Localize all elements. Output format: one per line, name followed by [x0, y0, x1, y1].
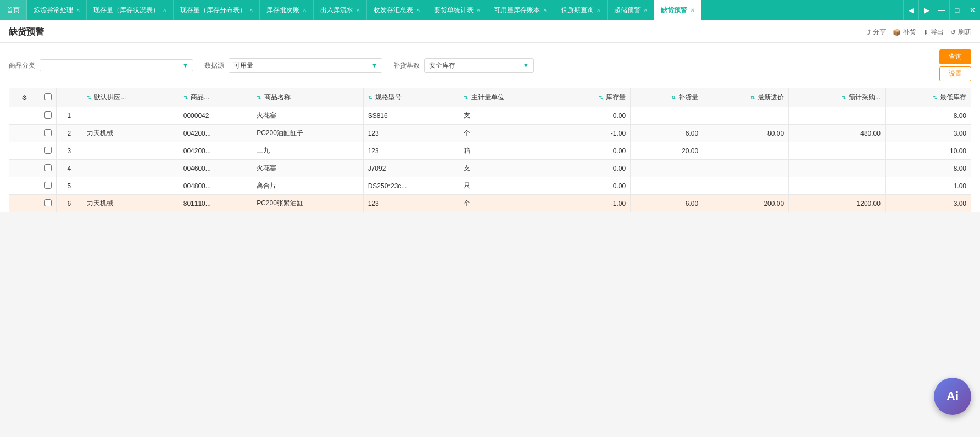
row-settings-cell — [9, 177, 40, 195]
row-stock-qty: 0.00 — [558, 177, 631, 195]
row-num: 3 — [56, 142, 82, 160]
row-est-purchase — [789, 142, 886, 160]
close-icon[interactable]: × — [644, 7, 647, 13]
row-replenish-qty — [631, 177, 703, 195]
tab-inout-flow[interactable]: 出入库流水 × — [314, 0, 367, 20]
tab-order-stats[interactable]: 要货单统计表 × — [427, 0, 487, 20]
row-checkbox-cell[interactable] — [40, 125, 56, 142]
replenish-label: 补货 — [903, 27, 916, 37]
tab-defect-handling[interactable]: 炼货异常处理 × — [27, 0, 87, 20]
tab-available-ledger[interactable]: 可用量库存账本 × — [487, 0, 554, 20]
tab-inventory-status[interactable]: 现存量（库存状况表） × — [87, 0, 173, 20]
row-product-name: PC200张紧油缸 — [252, 195, 363, 212]
col-spec-model[interactable]: ⇅ 规格型号 — [363, 88, 459, 107]
nav-tabs: 首页 炼货异常处理 × 现存量（库存状况表） × 现存量（库存分布表） × 库存… — [0, 0, 980, 20]
close-icon[interactable]: × — [416, 7, 420, 13]
tab-home[interactable]: 首页 — [0, 0, 27, 20]
col-product-name[interactable]: ⇅ 商品名称 — [252, 88, 363, 107]
tab-batch-account[interactable]: 库存批次账 × — [260, 0, 313, 20]
col-unit[interactable]: ⇅ 主计量单位 — [459, 88, 558, 107]
sort-icon: ⇅ — [183, 94, 188, 100]
table-container: ⚙ ⇅ 默认供应... ⇅ 商品... ⇅ — [0, 88, 980, 212]
col-checkbox[interactable] — [40, 88, 56, 107]
close-icon[interactable]: × — [249, 7, 253, 13]
close-icon[interactable]: × — [303, 7, 306, 13]
tab-inventory-dist[interactable]: 现存量（库存分布表） × — [174, 0, 260, 20]
row-settings-cell — [9, 125, 40, 142]
row-checkbox[interactable] — [44, 129, 52, 136]
nav-next-button[interactable]: ▶ — [918, 0, 934, 20]
col-stock-qty[interactable]: ⇅ 库存量 — [558, 88, 631, 107]
row-product-code: 004800... — [179, 177, 252, 195]
filter-actions: 查询 设置 — [939, 49, 971, 81]
row-checkbox-cell[interactable] — [40, 107, 56, 125]
col-settings[interactable]: ⚙ — [9, 88, 40, 107]
close-icon[interactable]: × — [477, 7, 480, 13]
row-checkbox-cell[interactable] — [40, 177, 56, 195]
col-latest-price[interactable]: ⇅ 最新进价 — [703, 88, 789, 107]
query-button[interactable]: 查询 — [939, 49, 971, 64]
row-settings-cell — [9, 107, 40, 125]
settings-icon[interactable]: ⚙ — [21, 94, 27, 102]
table-body: 1 0000042 火花塞 SS816 支 0.00 8.00 2 力天机械 0… — [9, 107, 971, 212]
col-replenish-qty[interactable]: ⇅ 补货量 — [631, 88, 703, 107]
close-icon[interactable]: × — [691, 7, 694, 13]
refresh-button[interactable]: ↺ 刷新 — [950, 27, 971, 37]
export-button[interactable]: ⬇ 导出 — [923, 27, 944, 37]
col-default-supplier[interactable]: ⇅ 默认供应... — [82, 88, 179, 107]
row-supplier: 力天机械 — [82, 125, 179, 142]
nav-prev-button[interactable]: ◀ — [903, 0, 918, 20]
tab-overstock-warning[interactable]: 超储预警 × — [608, 0, 654, 20]
row-latest-price: 80.00 — [703, 125, 789, 142]
datasource-label: 数据源 — [204, 61, 224, 70]
row-product-name: PC200油缸缸子 — [252, 125, 363, 142]
export-icon: ⬇ — [923, 29, 928, 36]
tab-label: 首页 — [7, 5, 20, 15]
datasource-select[interactable]: 可用量 ▼ — [229, 58, 382, 73]
row-checkbox[interactable] — [44, 199, 52, 206]
close-icon[interactable]: × — [76, 7, 80, 13]
category-select[interactable]: ▼ — [40, 59, 193, 71]
tab-label: 可用量库存账本 — [494, 5, 540, 15]
replenish-base-filter-group: 补货基数 安全库存 ▼ — [393, 58, 534, 73]
tab-receive-summary[interactable]: 收发存汇总表 × — [367, 0, 427, 20]
close-icon[interactable]: × — [357, 7, 360, 13]
row-checkbox-cell[interactable] — [40, 142, 56, 160]
minimize-button[interactable]: — — [934, 0, 949, 20]
row-checkbox[interactable] — [44, 111, 52, 119]
row-replenish-qty — [631, 107, 703, 125]
row-num: 5 — [56, 177, 82, 195]
tab-label: 炼货异常处理 — [34, 5, 73, 15]
tab-shortage-warning[interactable]: 缺货预警 × — [654, 0, 701, 20]
replenish-base-select[interactable]: 安全库存 ▼ — [424, 58, 534, 73]
row-latest-price — [703, 107, 789, 125]
settings-button[interactable]: 设置 — [939, 66, 971, 81]
row-min-stock: 3.00 — [885, 195, 971, 212]
row-checkbox[interactable] — [44, 147, 52, 154]
select-all-checkbox[interactable] — [44, 93, 52, 100]
row-checkbox[interactable] — [44, 182, 52, 189]
col-product-code[interactable]: ⇅ 商品... — [179, 88, 252, 107]
row-supplier — [82, 142, 179, 160]
replenish-button[interactable]: 📦 补货 — [893, 27, 916, 37]
row-spec-model: 123 — [363, 195, 459, 212]
row-est-purchase: 1200.00 — [789, 195, 886, 212]
col-min-stock[interactable]: ⇅ 最低库存 — [885, 88, 971, 107]
share-button[interactable]: ⤴ 分享 — [867, 27, 886, 37]
close-icon[interactable]: × — [163, 7, 166, 13]
sort-icon: ⇅ — [671, 94, 676, 100]
row-settings-cell — [9, 160, 40, 177]
row-spec-model: SS816 — [363, 107, 459, 125]
maximize-button[interactable]: □ — [949, 0, 965, 20]
tab-label: 超储预警 — [614, 5, 641, 15]
close-icon[interactable]: × — [543, 7, 547, 13]
col-est-purchase[interactable]: ⇅ 预计采购... — [789, 88, 886, 107]
row-checkbox-cell[interactable] — [40, 160, 56, 177]
close-window-button[interactable]: ✕ — [965, 0, 980, 20]
row-latest-price: 200.00 — [703, 195, 789, 212]
row-est-purchase — [789, 177, 886, 195]
tab-expiry-query[interactable]: 保质期查询 × — [554, 0, 608, 20]
row-checkbox[interactable] — [44, 164, 52, 171]
row-checkbox-cell[interactable] — [40, 195, 56, 212]
close-icon[interactable]: × — [597, 7, 600, 13]
